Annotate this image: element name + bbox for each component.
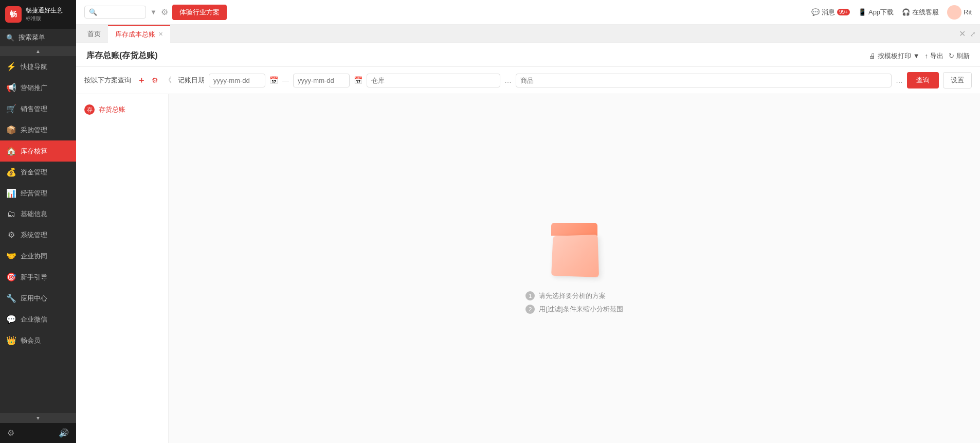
sidebar-item-system[interactable]: ⚙ 系统管理: [0, 224, 76, 245]
app-download-label: App下载: [868, 8, 894, 17]
query-button[interactable]: 查询: [907, 72, 939, 88]
cal-to-icon[interactable]: 📅: [354, 76, 362, 84]
messages-badge: 99+: [837, 9, 850, 15]
product-input[interactable]: [516, 74, 892, 87]
system-icon: ⚙: [6, 230, 16, 240]
empty-tips: 1 请先选择要分析的方案 2 用[过滤]条件来缩小分析范围: [525, 291, 623, 318]
sidebar-item-label: 销售管理: [21, 104, 47, 114]
tab-home[interactable]: 首页: [80, 25, 108, 43]
filter-settings-icon[interactable]: ⚙: [152, 76, 158, 84]
sidebar-nav: ⚡ 快捷导航 📢 营销推广 🛒 销售管理 📦 采购管理 🏠 库存核算 💰 资金管…: [0, 56, 76, 413]
sidebar-item-label: 快捷导航: [21, 62, 47, 72]
scheme-item-label: 存货总账: [99, 105, 125, 114]
purchase-icon: 📦: [6, 125, 16, 135]
app-badge: 标准版: [26, 15, 63, 22]
sidebar-footer: ⚙ 🔊: [0, 423, 76, 443]
topbar: 🔍 ▼ ⚙ 体验行业方案 💬 消息 99+ 📱 App下载 🎧 在线客服 Ri: [76, 0, 980, 25]
sidebar-item-purchase[interactable]: 📦 采购管理: [0, 119, 76, 140]
sidebar-item-label: 库存核算: [21, 147, 47, 156]
sidebar-item-inventory[interactable]: 🏠 库存核算: [0, 140, 76, 162]
refresh-button[interactable]: ↻ 刷新: [949, 51, 970, 61]
print-dropdown-icon[interactable]: ▼: [913, 52, 920, 60]
empty-tip-1: 1 请先选择要分析的方案: [525, 291, 623, 300]
sidebar-item-marketing[interactable]: 📢 营销推广: [0, 77, 76, 98]
operations-icon: 📊: [6, 188, 16, 198]
basics-icon: 🗂: [6, 209, 16, 219]
date-field-label: 记账日期: [178, 76, 205, 85]
scheme-item-inventory-ledger[interactable]: 存 存货总账: [76, 99, 168, 120]
messages-item[interactable]: 💬 消息 99+: [811, 8, 850, 17]
sidebar-item-label: 企业协同: [21, 252, 47, 261]
empty-tip-2: 2 用[过滤]条件来缩小分析范围: [525, 305, 623, 314]
online-support-item[interactable]: 🎧 在线客服: [902, 8, 939, 17]
online-support-label: 在线客服: [912, 8, 939, 17]
sidebar-item-quick-nav[interactable]: ⚡ 快捷导航: [0, 56, 76, 77]
export-icon: ↑: [925, 52, 929, 60]
quick-nav-icon: ⚡: [6, 62, 16, 72]
print-button[interactable]: 🖨 按模板打印 ▼: [869, 51, 920, 61]
tab-active-label: 库存成本总账: [115, 30, 155, 39]
date-separator: —: [282, 77, 289, 84]
product-more-button[interactable]: …: [896, 76, 903, 84]
sidebar-item-basics[interactable]: 🗂 基础信息: [0, 204, 76, 224]
industry-solution-button[interactable]: 体验行业方案: [172, 5, 227, 20]
guide-icon: 🎯: [6, 272, 16, 282]
export-label: 导出: [930, 51, 943, 61]
box-body-shape: [551, 235, 599, 277]
sidebar-item-guide[interactable]: 🎯 新手引导: [0, 267, 76, 288]
sidebar-item-sales[interactable]: 🛒 销售管理: [0, 98, 76, 119]
sidebar-item-label: 营销推广: [21, 83, 47, 93]
filter-collapse-icon[interactable]: 《: [165, 76, 172, 85]
warehouse-more-button[interactable]: …: [504, 76, 512, 84]
user-profile-item[interactable]: Rit: [947, 5, 972, 20]
tab-panel-close-button[interactable]: ✕: [959, 29, 966, 39]
page-header-actions: 🖨 按模板打印 ▼ ↑ 导出 ↻ 刷新: [869, 51, 970, 61]
wechat-icon: 💬: [6, 314, 16, 324]
sidebar: 畅 畅捷通好生意 标准版 🔍 搜索菜单 ▲ ⚡ 快捷导航 📢 营销推广 🛒 销售…: [0, 0, 76, 443]
scheme-item-icon: 存: [84, 104, 95, 115]
sidebar-item-member[interactable]: 👑 畅会员: [0, 330, 76, 351]
date-to-input[interactable]: [293, 74, 350, 87]
app-download-icon: 📱: [858, 8, 866, 16]
messages-label: 消息: [822, 8, 835, 17]
sidebar-scroll-down[interactable]: ▼: [0, 413, 76, 423]
sidebar-item-finance[interactable]: 💰 资金管理: [0, 162, 76, 183]
settings-footer-icon[interactable]: ⚙: [7, 428, 14, 438]
search-icon: 🔍: [6, 34, 14, 42]
member-icon: 👑: [6, 335, 16, 345]
filter-add-button[interactable]: ＋: [137, 75, 146, 86]
empty-state: 1 请先选择要分析的方案 2 用[过滤]条件来缩小分析范围: [169, 94, 980, 443]
tab-inventory-ledger[interactable]: 库存成本总账 ✕: [108, 25, 170, 43]
search-menu-item[interactable]: 🔍 搜索菜单: [0, 29, 76, 46]
filter-bar: 按以下方案查询 ＋ ⚙ 《 记账日期 📅 — 📅 … … 查询 设置: [76, 67, 980, 94]
tab-expand-icon[interactable]: ⤢: [970, 30, 976, 38]
sidebar-scroll-up[interactable]: ▲: [0, 46, 76, 56]
topbar-dropdown-arrow[interactable]: ▼: [150, 8, 157, 16]
message-icon: 💬: [811, 8, 820, 16]
topbar-left: 🔍 ▼ ⚙ 体验行业方案: [84, 5, 805, 20]
warehouse-input[interactable]: [367, 74, 500, 87]
logo-icon: 畅: [5, 6, 22, 23]
marketing-icon: 📢: [6, 83, 16, 93]
tab-close-button[interactable]: ✕: [158, 31, 163, 38]
topbar-settings-icon[interactable]: ⚙: [161, 7, 168, 17]
sidebar-item-operations[interactable]: 📊 经营管理: [0, 183, 76, 204]
settings-button[interactable]: 设置: [943, 72, 972, 88]
sidebar-item-wechat[interactable]: 💬 企业微信: [0, 309, 76, 330]
print-label: 按模板打印: [878, 51, 911, 61]
sidebar-item-label: 新手引导: [21, 273, 47, 282]
date-from-input[interactable]: [209, 74, 265, 87]
sidebar-item-label: 企业微信: [21, 315, 47, 324]
app-download-item[interactable]: 📱 App下载: [858, 8, 894, 17]
refresh-label: 刷新: [956, 51, 970, 61]
export-button[interactable]: ↑ 导出: [925, 51, 944, 61]
topbar-search-box[interactable]: 🔍: [84, 6, 146, 19]
tab-home-label: 首页: [87, 29, 101, 39]
audio-footer-icon[interactable]: 🔊: [59, 428, 69, 438]
print-icon: 🖨: [869, 52, 876, 60]
topbar-search-icon: 🔍: [89, 8, 97, 16]
sidebar-item-cooperation[interactable]: 🤝 企业协同: [0, 245, 76, 267]
page-header: 库存总账(存货总账) 🖨 按模板打印 ▼ ↑ 导出 ↻ 刷新: [76, 43, 980, 67]
cal-from-icon[interactable]: 📅: [269, 76, 278, 84]
sidebar-item-appcenter[interactable]: 🔧 应用中心: [0, 288, 76, 309]
